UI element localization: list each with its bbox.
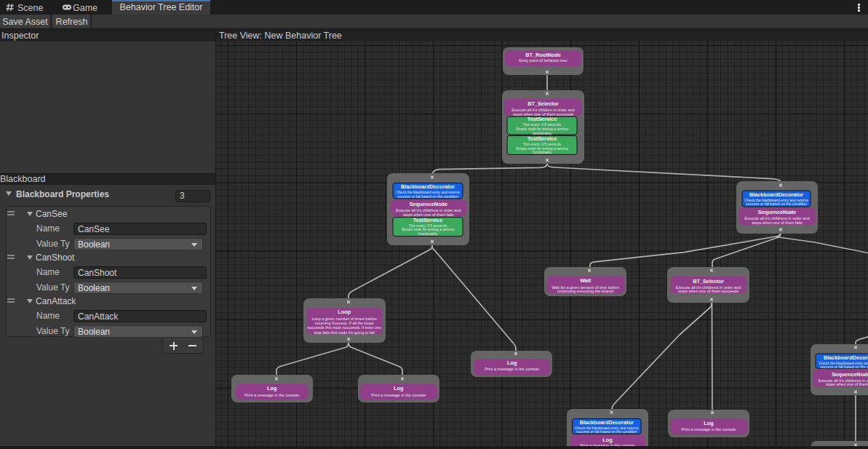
svg-text:BT_Selector: BT_Selector (693, 278, 724, 285)
svg-text:Wait: Wait (580, 277, 592, 284)
svg-text:BlackboardDecorator: BlackboardDecorator (401, 183, 455, 190)
svg-text:stops when one of them succeed: stops when one of them succeeds (678, 289, 738, 293)
svg-text:success or fail based on the c: success or fail based on the condition (397, 194, 458, 199)
svg-text:Execute all it's children in o: Execute all it's children in order and (511, 108, 575, 112)
svg-text:Loop: Loop (338, 309, 351, 315)
svg-text:Loop a given number of times b: Loop a given number of times before (311, 317, 377, 321)
svg-text:Print a message in the console: Print a message in the console (244, 393, 299, 397)
svg-text:continuing executing the branc: continuing executing the branch (557, 289, 614, 293)
svg-text:SequenceNode: SequenceNode (758, 209, 797, 215)
svg-text:success or fail based on the c: success or fail based on the condition (746, 202, 807, 206)
svg-text:returning Success. If all the: returning Success. If all the loops (315, 321, 374, 325)
svg-text:functionality: functionality (418, 231, 438, 236)
svg-text:Log: Log (267, 385, 276, 392)
svg-text:Log: Log (602, 437, 612, 443)
svg-text:TestService: TestService (527, 116, 557, 122)
svg-text:Log: Log (394, 385, 403, 392)
svg-text:loop fails this node it's goin: loop fails this node it's going to fail (314, 330, 375, 335)
svg-text:success or fail based on the c: success or fail based on the condition (820, 365, 868, 369)
svg-text:Print a message in the console: Print a message in the console (681, 427, 736, 432)
svg-text:TestService: TestService (413, 217, 442, 223)
svg-text:BT_RootNode: BT_RootNode (525, 52, 561, 58)
svg-text:BT_Selector: BT_Selector (527, 100, 559, 107)
svg-text:BlackboardDecorator: BlackboardDecorator (580, 419, 634, 426)
svg-text:stops when one of them fails: stops when one of them fails (752, 220, 803, 225)
svg-text:succeeds this node succeeds, i: succeeds this node succeeds, if even one (307, 325, 381, 330)
svg-text:SequenceNode: SequenceNode (409, 201, 447, 207)
svg-text:Print a message in the console: Print a message in the console (485, 367, 539, 371)
svg-text:stops when one of them fails: stops when one of them fails (826, 382, 868, 386)
svg-text:Log: Log (507, 359, 517, 366)
svg-text:success or fail based on the c: success or fail based on the condition (576, 429, 637, 434)
svg-text:Print a message in the console: Print a message in the console (371, 393, 426, 397)
svg-text:SequenceNode: SequenceNode (832, 371, 868, 378)
svg-text:Entry point of behavior tree: Entry point of behavior tree (519, 58, 567, 63)
svg-text:TestService: TestService (527, 135, 557, 142)
svg-text:functionality: functionality (533, 150, 552, 154)
svg-text:Log: Log (704, 420, 713, 426)
